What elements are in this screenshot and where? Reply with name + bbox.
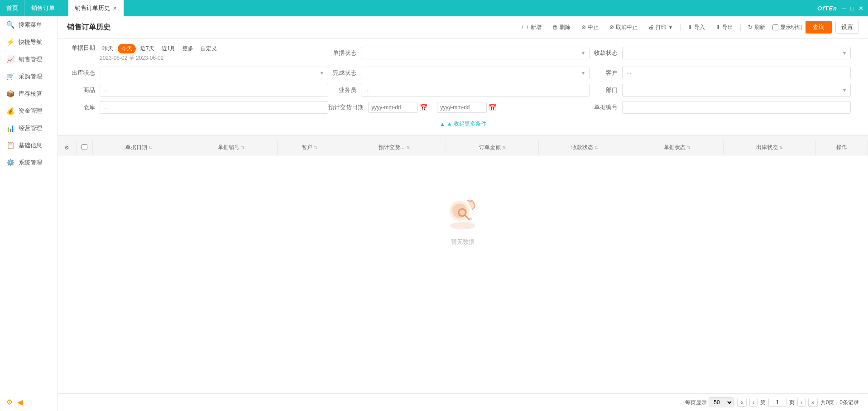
warehouse-input[interactable]: ··· [100,101,328,114]
th-action-label: 操作 [836,144,847,150]
export-icon: ⬆ [716,24,720,30]
display-detail-checkbox-wrapper[interactable]: 显示明细 [772,24,802,31]
dept-label: 部门 [590,86,622,94]
sidebar-item-basic-info-label: 基础信息 [19,141,42,150]
refresh-icon: ↻ [748,24,753,30]
customer-label: 客户 [590,69,622,77]
sidebar-item-system-mgmt[interactable]: ⚙️ 系统管理 [0,154,58,171]
cancel-stop-btn[interactable]: ⊘ 取消中止 [606,22,641,33]
next-page-btn[interactable]: › [797,398,806,407]
date-btn-today[interactable]: 今天 [118,44,136,53]
select-all-checkbox[interactable] [82,144,87,150]
delivery-date-end[interactable] [437,102,487,113]
date-btn-yesterday[interactable]: 昨天 [100,44,116,53]
collapse-row: ▲ ▲ 收起更多条件 [67,118,859,130]
window-min-btn[interactable]: ─ [842,5,846,12]
th-outbound[interactable]: 出库状态⇅ [723,140,815,155]
query-btn[interactable]: 查询 [806,21,832,34]
date-btn-custom[interactable]: 自定义 [198,44,220,53]
refresh-btn[interactable]: ↻ 刷新 [744,22,769,33]
sidebar-item-search-menu[interactable]: 🔍 搜索菜单 [0,16,58,34]
delete-btn[interactable]: 🗑 删除 [549,22,574,33]
cancel-stop-btn-label: 取消中止 [616,24,638,31]
filter-product-col: 商品 ··· [67,84,328,97]
import-btn-label: 导入 [694,24,705,31]
collapse-btn[interactable]: ▲ ▲ 收起更多条件 [440,118,486,130]
th-amount[interactable]: 订单金额⇅ [446,140,538,155]
complete-select[interactable]: ▼ [361,67,590,79]
export-btn-label: 导出 [722,24,733,31]
sidebar-item-inventory[interactable]: 📦 库存核算 [0,85,58,102]
th-delivery[interactable]: 预计交货...⇅ [342,140,446,155]
prev-page-btn[interactable]: ‹ [749,398,758,407]
tab-home[interactable]: 首页 [0,0,25,16]
print-btn[interactable]: 🖨 打印 ▼ [645,22,676,33]
th-gear[interactable]: ⚙ [58,140,76,155]
filter-order-no-col: 单据编号 [590,101,851,114]
sidebar-collapse-icon[interactable]: ◀ [17,398,23,406]
th-checkbox[interactable] [76,140,92,155]
data-table: ⚙ 单据日期⇅ 单据编号⇅ 客户⇅ [58,140,868,264]
th-status[interactable]: 单据状态⇅ [631,140,723,155]
sidebar-item-finance[interactable]: 💰 资金管理 [0,102,58,120]
delivery-date-start[interactable] [368,102,418,113]
cancel-stop-icon: ⊘ [609,24,614,30]
window-close-btn[interactable]: ✕ [858,5,863,12]
dept-select[interactable]: ▼ [622,84,851,97]
sidebar-item-sales-mgmt[interactable]: 📈 销售管理 [0,51,58,68]
sidebar-item-basic-info[interactable]: 📋 基础信息 [0,137,58,154]
th-date[interactable]: 单据日期⇅ [92,140,185,155]
outbound-arrow: ▼ [319,70,324,76]
th-no[interactable]: 单据编号⇅ [185,140,277,155]
date-btn-1month[interactable]: 近1月 [159,44,178,53]
tab-sales-order-close[interactable]: ✕ [58,5,62,11]
stop-btn-label: 中止 [588,24,599,31]
sidebar-settings-icon[interactable]: ⚙ [6,398,13,406]
empty-illustration [442,192,483,232]
import-btn[interactable]: ⬇ 导入 [684,22,709,33]
total-info: 共0页，0条记录 [820,399,859,406]
page-size-select[interactable]: 50 100 200 [709,397,734,407]
page-input[interactable] [768,398,786,407]
status-label: 单据状态 [328,49,361,57]
sidebar-item-purchase-mgmt[interactable]: 🛒 采购管理 [0,68,58,85]
stop-icon: ⊘ [581,24,586,30]
outbound-select[interactable]: ▼ [100,67,328,79]
export-btn[interactable]: ⬆ 导出 [712,22,737,33]
delivery-date-end-icon: 📅 [489,104,496,111]
th-payment[interactable]: 收款状态⇅ [538,140,631,155]
product-input[interactable]: ··· [100,84,328,97]
complete-arrow: ▼ [580,70,585,76]
main-layout: 🔍 搜索菜单 ⚡ 快捷导航 📈 销售管理 🛒 采购管理 📦 库存核算 💰 资金管… [0,16,868,411]
status-select[interactable]: ▼ [361,47,590,59]
warehouse-dots: ··· [104,104,109,111]
window-max-btn[interactable]: □ [850,5,854,12]
sidebar-item-finance-label: 资金管理 [19,107,42,115]
tab-sales-order-history-close[interactable]: ✕ [113,5,117,11]
sidebar-item-quick-nav[interactable]: ⚡ 快捷导航 [0,34,58,51]
display-detail-checkbox[interactable] [772,24,778,30]
th-customer[interactable]: 客户⇅ [277,140,342,155]
order-no-input[interactable] [622,101,851,114]
last-page-btn[interactable]: » [808,398,818,407]
print-arrow-icon: ▼ [668,25,673,30]
th-delivery-sort-icon: ⇅ [406,145,410,150]
filter-delivery-col: 预计交货日期 📅 — 📅 [328,102,590,113]
th-no-sort-icon: ⇅ [241,145,245,150]
date-btn-7days[interactable]: 近7天 [138,44,157,53]
customer-input[interactable]: ··· [622,67,851,79]
settings-btn[interactable]: 设置 [835,21,859,34]
sidebar-item-operations[interactable]: 📊 经营管理 [0,120,58,137]
delivery-date-start-icon: 📅 [420,104,427,111]
th-amount-sort-icon: ⇅ [502,145,506,150]
pay-status-select[interactable]: ▼ [622,47,851,59]
salesman-input[interactable]: ··· [361,84,590,97]
tab-sales-order-label: 销售订单 [31,4,55,12]
stop-btn[interactable]: ⊘ 中止 [578,22,602,33]
date-btn-more[interactable]: 更多 [180,44,196,53]
new-btn[interactable]: + + 新增 [518,22,545,33]
filter-status-col: 单据状态 ▼ [328,47,590,59]
tab-sales-order-history[interactable]: 销售订单历史 ✕ [68,0,124,16]
tab-sales-order[interactable]: 销售订单 ✕ [25,0,68,16]
first-page-btn[interactable]: « [737,398,747,407]
